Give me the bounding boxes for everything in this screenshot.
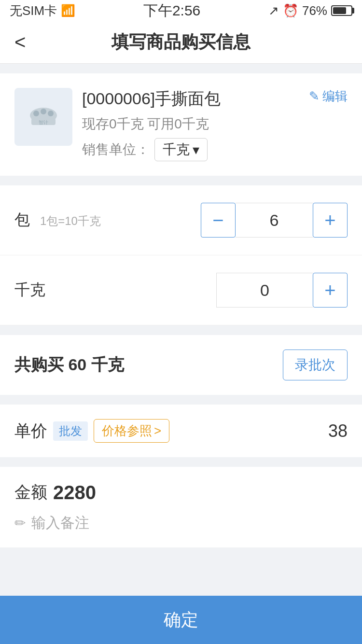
amount-label: 金额 [14,481,47,504]
confirm-button-label: 确定 [164,608,198,632]
kilogram-plus-button[interactable]: + [313,273,348,308]
unit-arrow-icon: ▾ [193,142,199,158]
amount-section: 金额 2280 ✏ 输入备注 [0,467,362,547]
battery-icon [331,5,352,16]
package-plus-button[interactable]: + [313,203,348,238]
summary-row: 共购买 60 千克 录批次 [0,335,362,395]
quantity-section: 包 1包=10千克 − + 千克 + [0,185,362,325]
kilogram-row: 千克 + [0,255,362,325]
package-hint: 1包=10千克 [40,214,101,227]
product-info: [0000006]手撕面包 现存0千克 可用0千克 销售单位： 千克 ▾ [82,88,348,161]
price-row: 单价 批发 价格参照 > 38 [14,419,348,443]
price-ref-arrow-icon: > [154,423,161,438]
unit-label: 销售单位： [82,140,150,159]
kilogram-label: 千克 [14,280,45,301]
time-display: 下午2:56 [143,1,200,21]
product-unit-row: 销售单位： 千克 ▾ [82,138,348,161]
summary-unit: 千克 [91,355,124,374]
price-tag-badge: 批发 [53,421,88,441]
page-title: 填写商品购买信息 [111,30,251,54]
product-thumbnail: 智计 [14,88,72,146]
nav-bar: < 填写商品购买信息 [0,21,362,64]
remark-row[interactable]: ✏ 输入备注 [14,513,348,533]
remark-placeholder[interactable]: 输入备注 [31,513,89,533]
product-name: [0000006]手撕面包 [82,88,348,110]
pencil-icon: ✏ [14,515,26,531]
price-left: 单价 批发 价格参照 > [14,419,169,443]
svg-text:智计: 智计 [39,120,48,125]
alarm-icon: ⏰ [283,3,298,18]
battery-text: 76% [302,3,327,18]
back-button[interactable]: < [14,31,26,53]
price-section: 单价 批发 价格参照 > 38 [0,405,362,457]
package-minus-button[interactable]: − [201,203,236,238]
wifi-icon: 📶 [61,4,75,17]
product-card: 智计 [0000006]手撕面包 现存0千克 可用0千克 销售单位： 千克 ▾ … [0,73,362,176]
price-value: 38 [328,421,348,441]
product-stock: 现存0千克 可用0千克 [82,115,348,133]
batch-button[interactable]: 录批次 [283,350,348,380]
carrier-text: 无SIM卡 [10,2,57,19]
price-ref-button[interactable]: 价格参照 > [94,419,169,443]
unit-select[interactable]: 千克 ▾ [154,138,208,161]
summary-prefix: 共购买 [14,355,64,374]
package-label: 包 [14,211,30,228]
edit-label: 编辑 [322,88,348,105]
status-right: ↗ ⏰ 76% [268,3,352,18]
price-ref-label: 价格参照 [102,422,152,439]
location-icon: ↗ [268,3,279,18]
kilogram-controls: + [216,273,348,308]
amount-row: 金额 2280 [14,481,348,504]
kilogram-input[interactable] [216,273,313,308]
status-left: 无SIM卡 📶 [10,2,75,19]
svg-point-1 [33,111,39,116]
edit-icon: ✎ [309,89,320,104]
status-bar: 无SIM卡 📶 下午2:56 ↗ ⏰ 76% [0,0,362,21]
edit-button[interactable]: ✎ 编辑 [309,88,348,105]
package-label-wrap: 包 1包=10千克 [14,210,101,231]
svg-point-3 [48,111,54,116]
unit-value: 千克 [163,140,190,159]
summary-text: 共购买 60 千克 [14,354,124,376]
svg-point-2 [41,109,46,114]
package-input[interactable] [236,203,313,238]
package-controls: − + [201,203,348,238]
package-row: 包 1包=10千克 − + [0,185,362,255]
summary-amount: 60 [68,355,86,374]
amount-value: 2280 [53,482,96,504]
confirm-button[interactable]: 确定 [0,596,362,644]
price-label: 单价 [14,420,47,442]
